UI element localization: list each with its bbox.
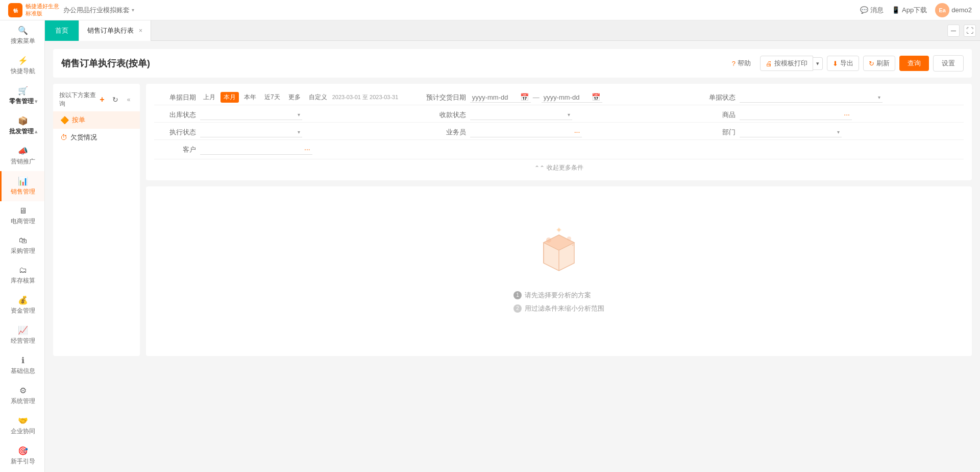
empty-dot-1: 1 bbox=[513, 291, 522, 299]
print-dropdown-icon: ▾ bbox=[816, 60, 819, 66]
status-dropdown-icon[interactable]: ▾ bbox=[878, 95, 880, 100]
sidebar-item-enterprise-collab[interactable]: 🤝 企业协同 bbox=[0, 411, 44, 441]
date-btn-this-year[interactable]: 本年 bbox=[241, 92, 259, 103]
empty-text-container: 1 请先选择要分析的方案 2 用过滤条件来缩小分析范围 bbox=[513, 289, 604, 315]
print-button-wrap: 🖨 按模板打印 ▾ bbox=[760, 56, 823, 71]
help-button[interactable]: ? 帮助 bbox=[727, 56, 756, 70]
search-icon: 🔍 bbox=[18, 26, 28, 35]
left-panel-item-credit[interactable]: ⏱ 欠货情况 bbox=[53, 129, 140, 146]
sidebar-item-ecommerce[interactable]: 🖥 电商管理 bbox=[0, 201, 44, 231]
expected-date-start-icon[interactable]: 📅 bbox=[520, 93, 529, 101]
sidebar-item-operations[interactable]: 📈 经营管理 bbox=[0, 320, 44, 350]
sidebar-item-marketing[interactable]: 📣 营销推广 bbox=[0, 141, 44, 171]
payment-input[interactable] bbox=[472, 111, 568, 119]
empty-dot-2: 2 bbox=[513, 304, 522, 313]
date-btn-last7[interactable]: 近7天 bbox=[261, 92, 283, 103]
execute-input[interactable] bbox=[202, 128, 298, 136]
sidebar-item-purchase[interactable]: 🛍 采购管理 bbox=[0, 231, 44, 261]
wholesale-icon: 📦 bbox=[18, 116, 28, 126]
sidebar-item-search-menu[interactable]: 🔍 搜索菜单 bbox=[0, 20, 44, 51]
filter-grid-row3: 执行状态 ▾ 业务员 ··· bbox=[154, 127, 964, 137]
customer-more-icon[interactable]: ··· bbox=[304, 145, 310, 153]
left-panel: 按以下方案查询 + ↻ « 🔶 按单 ⏱ 欠货情况 bbox=[53, 84, 140, 356]
sidebar-item-new-guide[interactable]: 🎯 新手引导 bbox=[0, 441, 44, 471]
salesperson-input[interactable] bbox=[472, 128, 574, 136]
collapse-up-icon: ⌃⌃ bbox=[534, 164, 545, 172]
sidebar-item-inventory[interactable]: 🗂 库存核算 bbox=[0, 261, 44, 290]
salesperson-more-icon[interactable]: ··· bbox=[574, 128, 580, 136]
refresh-button[interactable]: ↻ 刷新 bbox=[863, 56, 895, 71]
filter-cell-payment: 收款状态 ▾ bbox=[424, 109, 694, 120]
tab-minimize-button[interactable]: ─ bbox=[947, 25, 960, 37]
sidebar-item-sales-mgmt[interactable]: 📊 销售管理 bbox=[0, 171, 44, 201]
execute-label: 执行状态 bbox=[154, 128, 200, 137]
customer-input[interactable] bbox=[202, 146, 304, 153]
sidebar-label-marketing: 营销推广 bbox=[11, 157, 35, 166]
expected-date-start-input[interactable] bbox=[472, 93, 518, 101]
tab-active[interactable]: 销售订单执行表 × bbox=[79, 20, 151, 41]
collapse-more-button[interactable]: ⌃⌃ 收起更多条件 bbox=[154, 159, 964, 176]
date-separator: — bbox=[533, 93, 540, 101]
date-btn-more[interactable]: 更多 bbox=[285, 92, 304, 103]
sidebar-item-retail-mgmt[interactable]: 🛒 零售管理 ▾ bbox=[0, 81, 44, 111]
expected-date-end-wrap: 📅 bbox=[542, 92, 602, 103]
add-scheme-button[interactable]: + bbox=[97, 95, 107, 105]
filter-grid: 单据日期 上月 本月 本年 近7天 更多 自定义 2023-03-01 至 20… bbox=[154, 92, 964, 103]
svg-point-9 bbox=[546, 238, 551, 243]
status-input[interactable] bbox=[742, 93, 878, 101]
maximize-icon: ⛶ bbox=[966, 27, 973, 35]
date-btn-this-month[interactable]: 本月 bbox=[220, 92, 239, 103]
sidebar-item-basic-info[interactable]: ℹ 基础信息 bbox=[0, 350, 44, 381]
right-panel: 单据日期 上月 本月 本年 近7天 更多 自定义 2023-03-01 至 20… bbox=[146, 84, 972, 356]
payment-dropdown-icon[interactable]: ▾ bbox=[568, 112, 570, 117]
dept-dropdown-icon[interactable]: ▾ bbox=[837, 129, 840, 135]
execute-dropdown-icon[interactable]: ▾ bbox=[298, 129, 300, 135]
refresh-scheme-button[interactable]: ↻ bbox=[110, 95, 120, 105]
sidebar-item-finance[interactable]: 💰 资金管理 bbox=[0, 290, 44, 320]
date-btn-custom[interactable]: 自定义 bbox=[306, 92, 330, 103]
date-btn-last-month[interactable]: 上月 bbox=[200, 92, 218, 103]
filter-cell-goods: 商品 ··· bbox=[694, 109, 964, 120]
breadcrumb-dropdown-icon[interactable]: ▾ bbox=[132, 7, 134, 13]
left-panel-item-by-order[interactable]: 🔶 按单 bbox=[53, 111, 140, 129]
credit-icon: ⏱ bbox=[60, 133, 67, 141]
print-button[interactable]: 🖨 按模板打印 bbox=[760, 56, 813, 71]
sidebar-item-system[interactable]: ⚙ 系统管理 bbox=[0, 381, 44, 411]
outbound-label: 出库状态 bbox=[154, 110, 200, 120]
collapse-panel-button[interactable]: « bbox=[124, 95, 134, 105]
goods-input[interactable] bbox=[742, 111, 844, 119]
expected-date-end-icon[interactable]: 📅 bbox=[592, 93, 600, 101]
retail-icon: 🛒 bbox=[18, 86, 28, 96]
sidebar-label-search-menu: 搜索菜单 bbox=[11, 37, 35, 45]
dept-input[interactable] bbox=[742, 128, 837, 136]
export-button[interactable]: ⬇ 导出 bbox=[827, 56, 859, 71]
active-tab-label: 销售订单执行表 bbox=[87, 26, 134, 35]
main-layout: 🔍 搜索菜单 ⚡ 快捷导航 🛒 零售管理 ▾ 📦 批发管理 ▴ 📣 营销推广 bbox=[0, 20, 980, 472]
user-menu[interactable]: Ea demo2 bbox=[935, 3, 972, 17]
sidebar-label-sales: 销售管理 bbox=[11, 187, 35, 196]
sidebar-label-purchase: 采购管理 bbox=[11, 247, 35, 255]
outbound-dropdown-icon[interactable]: ▾ bbox=[298, 112, 300, 117]
sidebar-label-retail: 零售管理 ▾ bbox=[9, 97, 37, 106]
date-label: 单据日期 bbox=[154, 93, 200, 102]
filter-cell-expected-date: 预计交货日期 📅 — 📅 bbox=[424, 92, 694, 103]
expected-date-end-input[interactable] bbox=[544, 93, 590, 101]
sidebar-label-quick-nav: 快捷导航 bbox=[11, 67, 35, 76]
query-button[interactable]: 查询 bbox=[899, 56, 929, 71]
print-dropdown-button[interactable]: ▾ bbox=[813, 57, 823, 70]
tab-close-button[interactable]: × bbox=[139, 27, 142, 34]
app-download-button[interactable]: 📱 App下载 bbox=[892, 6, 927, 15]
sidebar-item-quick-nav[interactable]: ⚡ 快捷导航 bbox=[0, 51, 44, 81]
message-button[interactable]: 💬 消息 bbox=[860, 6, 884, 15]
tab-home[interactable]: 首页 bbox=[45, 20, 79, 41]
sidebar-label-ecommerce: 电商管理 bbox=[11, 217, 35, 226]
goods-more-icon[interactable]: ··· bbox=[844, 110, 850, 119]
tab-maximize-button[interactable]: ⛶ bbox=[964, 25, 976, 37]
settings-button[interactable]: 设置 bbox=[933, 55, 964, 72]
breadcrumb[interactable]: 办公用品行业模拟账套 ▾ bbox=[63, 6, 134, 15]
outbound-input[interactable] bbox=[202, 111, 298, 119]
salesperson-select-wrap: ··· bbox=[470, 127, 582, 137]
filter-cell-execute: 执行状态 ▾ bbox=[154, 127, 424, 137]
header-right: 💬 消息 📱 App下载 Ea demo2 bbox=[860, 3, 972, 17]
sidebar-item-wholesale-mgmt[interactable]: 📦 批发管理 ▴ bbox=[0, 111, 44, 141]
